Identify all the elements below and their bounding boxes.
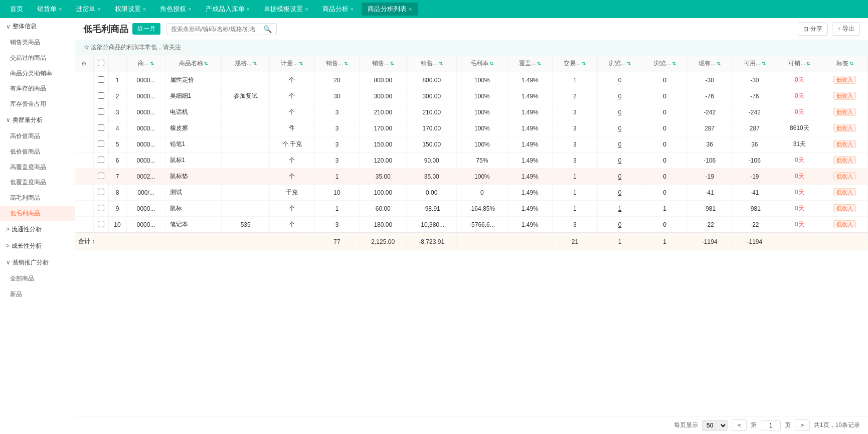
cell-available: -981 [732, 201, 777, 217]
th-tag[interactable]: 标签⇅ [822, 55, 867, 72]
sidebar-item-traded-products[interactable]: 交易过的商品 [0, 50, 75, 66]
row-checkbox[interactable] [98, 76, 104, 83]
th-coverage[interactable]: 覆盖...⇅ [507, 55, 553, 72]
th-current[interactable]: 现有...⇅ [687, 55, 732, 72]
close-icon[interactable]: × [409, 6, 412, 12]
close-icon[interactable]: × [59, 6, 62, 12]
sidebar-item-in-stock[interactable]: 有库存的商品 [0, 81, 75, 96]
cell-view1: 0 [597, 217, 642, 233]
page-size-select[interactable]: 50 100 200 [702, 420, 728, 431]
cell-name: 鼠标垫 [165, 169, 222, 185]
th-spec[interactable]: 规格...⇅ [222, 55, 270, 72]
sidebar-item-high-coverage[interactable]: 高覆盖度商品 [0, 160, 75, 175]
nav-home[interactable]: 首页 [4, 3, 29, 16]
cell-checkbox[interactable] [93, 88, 108, 104]
cell-checkbox[interactable] [93, 72, 108, 88]
sidebar-item-high-value[interactable]: 高价值商品 [0, 128, 75, 144]
totals-sales-amt: 2,125.00 [360, 233, 407, 250]
th-sales-qty[interactable]: 销售...⇅ [314, 55, 360, 72]
sidebar-group-circulation[interactable]: > 流通性分析 [0, 221, 75, 238]
row-checkbox[interactable] [98, 221, 104, 227]
cell-checkbox[interactable] [93, 104, 108, 120]
cell-checkbox[interactable] [93, 201, 108, 217]
th-sales-amt[interactable]: 销售...⇅ [360, 55, 407, 72]
select-all-checkbox[interactable] [98, 60, 104, 66]
th-view2[interactable]: 浏览...⇅ [642, 55, 687, 72]
sidebar-group-overview[interactable]: ∨ 整体信息 [0, 18, 75, 35]
nav-product-analysis[interactable]: 商品分析× [316, 3, 360, 16]
share-button[interactable]: ⊡ 分享 [798, 22, 828, 36]
nav-sales[interactable]: 销货单× [31, 3, 68, 16]
sidebar-item-new-products[interactable]: 新品 [0, 286, 75, 302]
sidebar-item-capital[interactable]: 库存资金占用 [0, 96, 75, 112]
search-input[interactable] [171, 26, 261, 33]
sidebar-group-label: 成长性分析 [12, 242, 42, 250]
th-txn[interactable]: 交易...⇅ [553, 55, 598, 72]
close-icon[interactable]: × [188, 6, 191, 12]
sidebar-item-low-coverage[interactable]: 低覆盖度商品 [0, 175, 75, 190]
th-gross-rate[interactable]: 毛利率⇅ [457, 55, 507, 72]
close-icon[interactable]: × [247, 6, 250, 12]
totals-label: 合计： [75, 233, 126, 250]
th-sales-cost[interactable]: 销售...⇅ [407, 55, 457, 72]
cell-checkbox[interactable] [93, 136, 108, 153]
nav-product-entry[interactable]: 产成品入库单× [200, 3, 256, 16]
sidebar-group-growth[interactable]: > 成长性分析 [0, 238, 75, 254]
close-icon[interactable]: × [305, 6, 308, 12]
cell-checkbox[interactable] [93, 120, 108, 136]
totals-sales-qty: 77 [314, 233, 360, 250]
sidebar-item-low-margin[interactable]: 低毛利商品 [0, 206, 75, 221]
cell-checkbox[interactable] [93, 153, 108, 169]
sidebar-item-high-margin[interactable]: 高毛利商品 [0, 190, 75, 206]
row-checkbox[interactable] [98, 140, 104, 147]
cell-num: 3 [108, 104, 126, 120]
th-code[interactable]: 商...⇅ [126, 55, 165, 72]
sidebar-group-marketing[interactable]: ∨ 营销推广分析 [0, 254, 75, 271]
cell-checkbox[interactable] [93, 185, 108, 201]
row-checkbox[interactable] [98, 108, 104, 115]
nav-product-analysis-list[interactable]: 商品分析列表× [362, 3, 418, 16]
cell-name: 鼠标1 [165, 153, 222, 169]
cell-view2: 1 [642, 201, 687, 217]
th-unit[interactable]: 计量...⇅ [270, 55, 315, 72]
th-saleable[interactable]: 可销...⇅ [777, 55, 822, 72]
row-checkbox[interactable] [98, 124, 104, 131]
th-available[interactable]: 可用...⇅ [732, 55, 777, 72]
cell-sales-qty: 30 [314, 88, 360, 104]
th-settings[interactable]: ⚙ [75, 55, 93, 72]
cell-checkbox[interactable] [93, 169, 108, 185]
row-checkbox[interactable] [98, 157, 104, 163]
sidebar-item-category-rate[interactable]: 商品分类助销率 [0, 66, 75, 81]
next-page-button[interactable]: ＞ [795, 419, 810, 431]
cell-view1: 0 [597, 72, 642, 88]
sidebar-item-sales-products[interactable]: 销售类商品 [0, 35, 75, 50]
cell-available: -242 [732, 104, 777, 120]
nav-template[interactable]: 单据模板设置× [258, 3, 314, 16]
cell-unit: 个 [270, 88, 315, 104]
prev-page-button[interactable]: ＜ [732, 419, 747, 431]
close-icon[interactable]: × [143, 6, 146, 12]
cell-gross-rate: 0 [457, 185, 507, 201]
close-icon[interactable]: × [97, 6, 100, 12]
sidebar-item-all-products[interactable]: 全部商品 [0, 271, 75, 286]
sidebar-item-low-value[interactable]: 低价值商品 [0, 144, 75, 160]
nav-permissions[interactable]: 权限设置× [109, 3, 152, 16]
page-number-input[interactable] [761, 420, 781, 430]
date-filter-button[interactable]: 近一月 [132, 23, 160, 35]
th-name[interactable]: 商品名称⇅ [165, 55, 222, 72]
close-icon[interactable]: × [351, 6, 354, 12]
row-checkbox[interactable] [98, 205, 104, 211]
totals-row: 合计： 77 2,125.00 -8,723.91 21 1 1 -1194 [75, 233, 868, 250]
cell-current: -41 [687, 185, 732, 201]
cell-checkbox[interactable] [93, 217, 108, 233]
nav-purchase[interactable]: 进货单× [70, 3, 106, 16]
row-checkbox[interactable] [98, 189, 104, 195]
export-button[interactable]: ↑ 导出 [832, 22, 860, 36]
search-icon[interactable]: 🔍 [263, 25, 272, 33]
row-checkbox[interactable] [98, 92, 104, 99]
sidebar-group-cluster[interactable]: ∨ 类群量分析 [0, 112, 75, 128]
nav-roles[interactable]: 角色授权× [154, 3, 197, 16]
th-view1[interactable]: 浏览...⇅ [597, 55, 642, 72]
cell-current: 36 [687, 136, 732, 153]
row-checkbox[interactable] [98, 173, 104, 179]
